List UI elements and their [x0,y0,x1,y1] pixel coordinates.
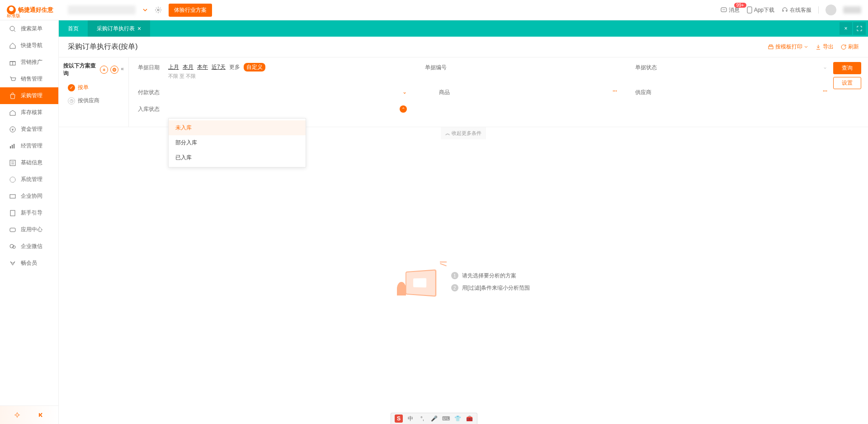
dropdown-item-not-stocked[interactable]: 未入库 [169,120,306,135]
print-icon [768,44,774,50]
sidebar-item-guide[interactable]: 新手引导 [0,205,58,221]
paystatus-select[interactable]: ⌄ [168,88,407,96]
filter-button-group: 查询 设置 [833,62,861,89]
tabs-fullscreen-icon[interactable] [853,22,866,35]
sidebar-label: 快捷导航 [21,42,42,49]
online-service-link[interactable]: 在线客服 [781,6,811,14]
svg-point-4 [724,10,725,10]
sidebar-item-business[interactable]: 经营管理 [0,138,58,154]
chart-icon [9,143,16,150]
sidebar-item-marketing[interactable]: 营销推广 [0,54,58,71]
ime-skin-icon[interactable]: 👕 [453,414,462,423]
settings-scheme-icon[interactable]: ⚙ [110,66,118,74]
tabs-close-all-icon[interactable]: × [840,22,852,35]
app-download-link[interactable]: App下载 [746,6,774,14]
docno-input[interactable] [455,63,617,71]
collapse-filters-button[interactable]: ︽ 收起更多条件 [441,127,486,139]
filter-field-product: 商品 ··· [425,88,617,96]
chevron-down-icon [804,45,808,49]
svg-rect-18 [769,46,773,49]
filter-field-empty1 [425,105,617,113]
tab-purchase-order[interactable]: 采购订单执行表 × [88,20,150,37]
date-opt-7days[interactable]: 近7天 [212,63,226,71]
experience-button[interactable]: 体验行业方案 [169,4,212,17]
ime-logo-icon[interactable]: S [395,414,403,423]
company-selector[interactable] [68,5,136,14]
chevron-down-icon: ⌄ [823,64,827,70]
stockstatus-select[interactable]: ⌃ 未入库 部分入库 已入库 [168,105,407,113]
refresh-button[interactable]: 刷新 [840,43,859,51]
link-icon [9,193,16,200]
ellipsis-icon[interactable]: ··· [823,88,827,94]
tab-close-icon[interactable]: × [137,25,141,32]
svg-rect-12 [10,195,15,198]
date-opt-thisyear[interactable]: 本年 [197,63,208,71]
date-opt-lastmonth[interactable]: 上月 [168,63,179,71]
chevron-up-icon: ︽ [445,130,452,136]
date-opt-custom[interactable]: 自定义 [244,63,265,71]
sidebar-item-search[interactable]: 搜索菜单 [0,20,58,37]
filter-field-supplier: 供应商 ··· [635,88,827,96]
collapse-left-icon[interactable]: « [121,66,124,74]
ellipsis-icon[interactable]: ··· [613,88,617,94]
sidebar-item-sales[interactable]: 销售管理 [0,71,58,87]
filter-option-by-supplier[interactable]: ◷ 按供应商 [63,94,124,107]
clock-icon: ◷ [68,97,75,105]
add-scheme-icon[interactable]: + [100,66,108,74]
user-avatar[interactable] [826,5,836,15]
top-header: 畅捷通好生意 标准版 体验行业方案 消息 99+ App下载 在线客服 [0,0,868,20]
radio-icon: ✓ [68,84,75,91]
company-name-blurred [68,5,136,14]
header-right: 消息 99+ App下载 在线客服 [720,5,861,15]
page-title: 采购订单执行表(按单) [68,42,138,52]
footer-settings-icon[interactable] [14,411,21,419]
filter-label: 单据状态 [635,63,660,71]
svg-rect-14 [10,228,15,232]
dropdown-item-stocked[interactable]: 已入库 [169,150,306,165]
date-opt-more[interactable]: 更多 [229,63,240,71]
sidebar-item-appcenter[interactable]: 应用中心 [0,221,58,238]
sidebar-item-basicinfo[interactable]: 基础信息 [0,154,58,171]
ime-keyboard-icon[interactable]: ⌨ [442,414,450,423]
company-dropdown-icon[interactable] [142,7,148,13]
date-options: 上月 本月 本年 近7天 更多 自定义 [168,63,407,71]
page-actions: 按模板打印 导出 刷新 [768,43,859,51]
product-select[interactable]: ··· [455,88,617,96]
sidebar-item-wechat[interactable]: 企业微信 [0,238,58,255]
tab-home[interactable]: 首页 [59,20,88,37]
ime-punct-icon[interactable]: °, [418,414,426,423]
supplier-select[interactable]: ··· [665,88,827,96]
filter-option-label: 按单 [78,84,89,91]
sidebar-item-inventory[interactable]: 库存核算 [0,104,58,121]
sidebar-label: 销售管理 [21,75,42,83]
docstatus-select[interactable]: ⌄ [665,63,827,71]
filter-field-stockstatus: 入库状态 ⌃ 未入库 部分入库 已入库 [138,105,407,113]
sidebar-item-quicknav[interactable]: 快捷导航 [0,37,58,54]
tip-item-1: 1 请先选择要分析的方案 [451,272,530,280]
ime-toolbar: S 中 °, 🎤 ⌨ 👕 🧰 [391,413,477,424]
settings-button[interactable]: 设置 [833,77,861,89]
tip-text: 请先选择要分析的方案 [462,272,516,280]
sidebar-item-finance[interactable]: ¥资金管理 [0,121,58,138]
export-button[interactable]: 导出 [815,43,834,51]
ime-toolbox-icon[interactable]: 🧰 [465,414,473,423]
ime-lang-icon[interactable]: 中 [406,414,415,423]
filter-field-empty2 [635,105,827,113]
ime-mic-icon[interactable]: 🎤 [430,414,438,423]
settings-gear-icon[interactable] [155,6,162,14]
tip-item-2: 2 用[过滤]条件来缩小分析范围 [451,284,530,292]
sidebar-item-collaboration[interactable]: 企业协同 [0,188,58,205]
date-opt-thismonth[interactable]: 本月 [183,63,193,71]
tabs-right-controls: × [840,22,868,35]
tip-number: 2 [451,284,458,291]
sidebar-item-vip[interactable]: 畅会员 [0,255,58,272]
sidebar-item-purchase[interactable]: 采购管理 [0,87,58,104]
query-button[interactable]: 查询 [833,62,861,74]
messages-link[interactable]: 消息 99+ [720,6,740,14]
phone-icon [746,6,753,14]
print-button[interactable]: 按模板打印 [768,43,808,51]
sidebar-item-system[interactable]: 系统管理 [0,171,58,188]
footer-collapse-icon[interactable] [38,411,45,419]
filter-option-by-order[interactable]: ✓ 按单 [63,81,124,94]
dropdown-item-partial[interactable]: 部分入库 [169,135,306,150]
